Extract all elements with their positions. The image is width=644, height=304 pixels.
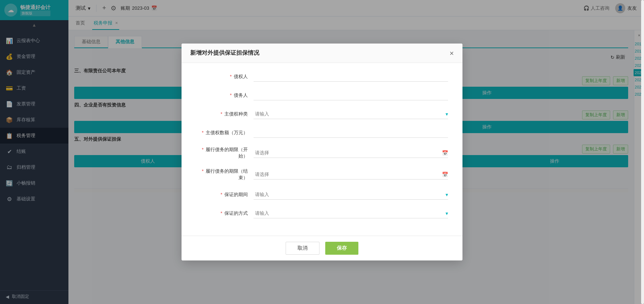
form-row-claim-amount: * 主债权数额（万元） [196,128,448,138]
form-select-claim-type[interactable] [254,109,446,119]
form-row-creditor: * 债权人 [196,72,448,82]
form-label-creditor: * 债权人 [196,73,254,80]
form-label-claim-amount: * 主债权数额（万元） [196,130,254,136]
form-select-guarantee-period-wrapper: ▾ [254,190,448,200]
form-date-start-wrapper: 📅 [254,148,448,158]
form-label-debtor: * 债务人 [196,92,254,99]
form-input-debtor[interactable] [254,90,448,100]
form-label-debt-end: * 履行债务的期限（结束） [196,168,254,181]
modal-title: 新增对外提供保证担保情况 [190,49,259,57]
form-date-start[interactable] [254,148,442,158]
modal-add-guarantee: 新增对外提供保证担保情况 × * 债权人 * 债务人 [182,44,462,260]
form-select-guarantee-method[interactable] [254,208,446,218]
date-start-icon[interactable]: 📅 [442,150,448,156]
modal-body: * 债权人 * 债务人 * 主债权种类 [182,63,462,236]
form-select-guarantee-period[interactable] [254,190,446,199]
form-date-end[interactable] [254,169,442,179]
guarantee-period-dropdown-icon[interactable]: ▾ [446,192,448,198]
modal-header: 新增对外提供保证担保情况 × [182,44,462,63]
form-row-debt-end: * 履行债务的期限（结束） 📅 [196,168,448,181]
date-end-icon[interactable]: 📅 [442,172,448,177]
form-label-guarantee-period: * 保证的期间 [196,191,254,198]
form-input-claim-amount[interactable] [254,128,448,138]
claim-type-dropdown-icon[interactable]: ▾ [446,111,448,117]
modal-backdrop: 新增对外提供保证担保情况 × * 债权人 * 债务人 [0,0,644,304]
form-row-debtor: * 债务人 [196,90,448,100]
form-input-creditor[interactable] [254,72,448,82]
cancel-btn[interactable]: 取消 [286,242,319,255]
modal-close-btn[interactable]: × [450,50,454,57]
form-row-claim-type: * 主债权种类 ▾ [196,109,448,119]
form-row-debt-start: * 履行债务的期限（开始） 📅 [196,146,448,159]
form-row-guarantee-method: * 保证的方式 ▾ [196,208,448,218]
modal-footer: 取消 保存 [182,236,462,260]
form-select-claim-type-wrapper: ▾ [254,109,448,119]
form-label-debt-start: * 履行债务的期限（开始） [196,146,254,159]
save-btn[interactable]: 保存 [325,242,358,255]
form-row-guarantee-period: * 保证的期间 ▾ [196,190,448,200]
form-label-claim-type: * 主债权种类 [196,111,254,117]
form-select-guarantee-method-wrapper: ▾ [254,208,448,218]
form-label-guarantee-method: * 保证的方式 [196,210,254,217]
guarantee-method-dropdown-icon[interactable]: ▾ [446,210,448,216]
form-date-end-wrapper: 📅 [254,169,448,180]
